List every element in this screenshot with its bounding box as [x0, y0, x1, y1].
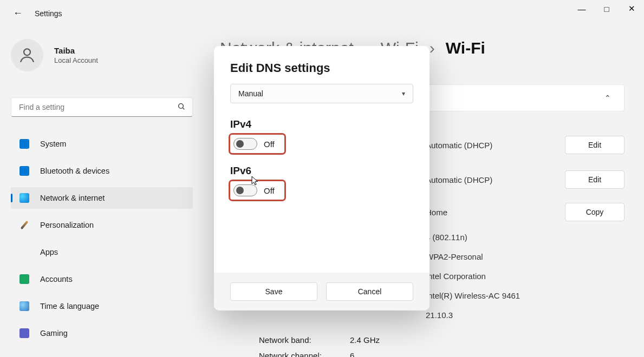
bluetooth-icon	[19, 166, 29, 176]
ipv6-toggle[interactable]	[233, 184, 257, 196]
search-input[interactable]	[18, 102, 177, 112]
search-icon[interactable]	[177, 102, 186, 113]
sidebar-item-label: Bluetooth & devices	[40, 167, 109, 175]
ipv4-toggle[interactable]	[233, 138, 257, 150]
kv-row: Network band: 2.4 GHz	[220, 335, 625, 345]
sidebar: System Bluetooth & devices Network & int…	[11, 133, 193, 349]
ipv6-label: IPv6	[230, 165, 413, 177]
personalization-icon	[19, 220, 29, 230]
sidebar-item-gaming[interactable]: Gaming	[11, 322, 193, 344]
dns-settings-dialog: Edit DNS settings Manual ▾ IPv4 Off IPv6…	[214, 46, 430, 310]
sidebar-item-bluetooth[interactable]: Bluetooth & devices	[11, 160, 193, 182]
chevron-up-icon: ⌃	[604, 94, 611, 102]
back-icon[interactable]: ←	[13, 8, 23, 19]
kv-key: Network channel:	[220, 351, 350, 357]
user-account-type: Local Account	[54, 56, 98, 64]
window-maximize[interactable]: □	[594, 0, 619, 17]
edit-button[interactable]: Edit	[565, 170, 625, 189]
window-close[interactable]: ✕	[619, 0, 644, 17]
sidebar-item-label: Personalization	[40, 221, 94, 229]
dialog-title: Edit DNS settings	[230, 61, 413, 75]
kv-value: 2.4 GHz	[350, 335, 380, 345]
gaming-icon	[19, 328, 29, 338]
ipv6-toggle-state: Off	[264, 186, 275, 195]
accounts-icon	[19, 274, 29, 284]
ipv6-toggle-group: Off	[230, 181, 284, 200]
chevron-down-icon: ▾	[402, 90, 405, 97]
save-button[interactable]: Save	[230, 282, 317, 301]
sidebar-item-label: Time & language	[40, 302, 99, 310]
sidebar-item-label: Accounts	[40, 275, 73, 283]
sidebar-item-label: Network & internet	[40, 194, 105, 202]
ipv4-label: IPv4	[230, 118, 413, 130]
system-icon	[19, 139, 29, 149]
sidebar-item-accounts[interactable]: Accounts	[11, 268, 193, 290]
kv-value: 6	[350, 351, 354, 357]
sidebar-item-apps[interactable]: Apps	[11, 241, 193, 263]
network-icon	[19, 193, 29, 203]
svg-point-0	[24, 49, 30, 55]
chevron-right-icon: ›	[430, 39, 435, 57]
user-name: Taiba	[54, 46, 98, 55]
avatar	[11, 39, 43, 71]
kv-row: Network channel: 6	[220, 351, 625, 357]
time-icon	[19, 301, 29, 311]
edit-button[interactable]: Edit	[565, 136, 625, 154]
user-block[interactable]: Taiba Local Account	[11, 39, 98, 71]
app-title: Settings	[35, 9, 62, 18]
select-value: Manual	[238, 89, 263, 98]
sidebar-item-label: System	[40, 140, 66, 148]
window-minimize[interactable]: —	[569, 0, 594, 17]
detail-value: 21.10.3	[220, 310, 453, 320]
sidebar-item-personalization[interactable]: Personalization	[11, 214, 193, 236]
page-title: Wi-Fi	[446, 39, 485, 57]
ipv4-toggle-state: Off	[264, 140, 275, 149]
sidebar-item-label: Gaming	[40, 329, 68, 338]
kv-key: Network band:	[220, 335, 350, 345]
sidebar-item-system[interactable]: System	[11, 133, 193, 155]
sidebar-item-time[interactable]: Time & language	[11, 295, 193, 317]
sidebar-item-label: Apps	[40, 248, 58, 256]
copy-button[interactable]: Copy	[565, 203, 625, 221]
svg-line-2	[183, 108, 184, 109]
search-box[interactable]	[11, 97, 193, 117]
sidebar-item-network[interactable]: Network & internet	[11, 187, 193, 209]
cancel-button[interactable]: Cancel	[326, 282, 413, 301]
apps-icon	[19, 247, 29, 257]
dns-mode-select[interactable]: Manual ▾	[230, 84, 413, 103]
svg-point-1	[179, 103, 184, 108]
ipv4-toggle-group: Off	[230, 135, 284, 153]
